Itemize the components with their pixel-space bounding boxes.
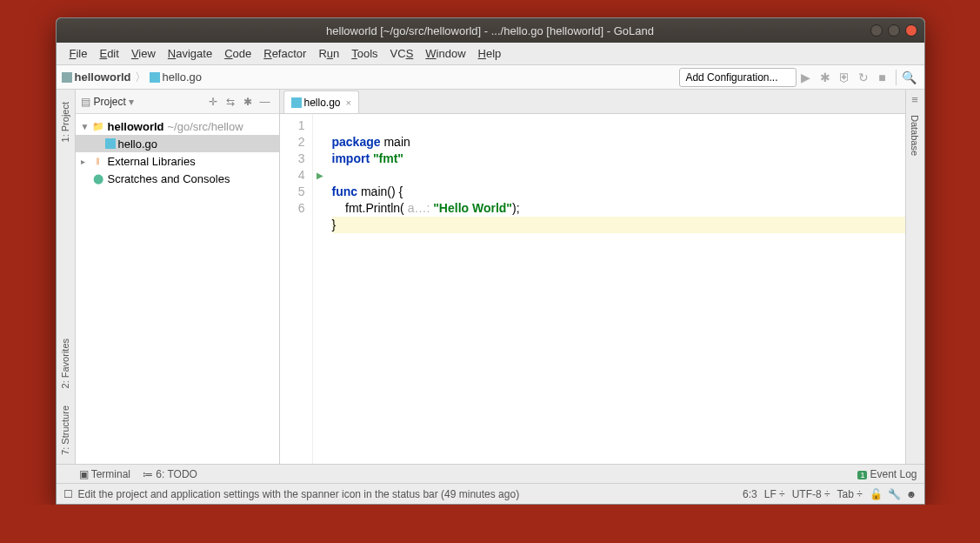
menu-navigate[interactable]: Navigate <box>162 47 218 60</box>
tree-root-label: helloworld <box>108 120 164 133</box>
run-icon[interactable]: ▶ <box>798 70 814 85</box>
code-body[interactable]: package main import "fmt" func main() { … <box>327 114 905 464</box>
tree-external-libraries[interactable]: ▸⫴ External Libraries <box>76 152 279 170</box>
settings-wrench-icon[interactable]: 🔧 <box>888 488 901 500</box>
ide-window: helloworld [~/go/src/helloworld] - .../h… <box>56 17 925 505</box>
minimize-button[interactable] <box>870 24 883 37</box>
project-tool-tab[interactable]: 1: Project <box>60 102 70 142</box>
folder-icon <box>62 72 72 83</box>
menu-refactor[interactable]: Refactor <box>257 47 312 60</box>
profile-icon[interactable]: ↻ <box>856 70 871 85</box>
go-file-icon <box>291 97 302 108</box>
code-editor[interactable]: 1 2 3 4 5 6 ▶ package main import "fmt" … <box>280 114 905 464</box>
tree-root-path: ~/go/src/hellow <box>168 120 243 133</box>
project-view-icon: ▤ <box>81 96 90 108</box>
run-line-marker[interactable]: ▶ <box>313 167 327 184</box>
go-file-icon <box>105 138 116 149</box>
go-file-icon <box>150 72 160 83</box>
menu-window[interactable]: Window <box>419 47 471 60</box>
favorites-tool-tab[interactable]: 2: Favorites <box>60 339 70 388</box>
window-title: helloworld [~/go/src/helloworld] - .../h… <box>326 24 654 37</box>
encoding[interactable]: UTF-8 ÷ <box>792 488 830 500</box>
menu-file[interactable]: File <box>63 47 94 60</box>
event-log-tab[interactable]: 1Event Log <box>857 468 917 480</box>
locate-icon[interactable]: ✛ <box>206 95 220 109</box>
stop-icon[interactable]: ■ <box>875 70 890 85</box>
caret-position[interactable]: 6:3 <box>743 488 757 500</box>
menu-tools[interactable]: Tools <box>345 47 383 60</box>
debug-icon[interactable]: ✱ <box>817 70 833 85</box>
line-num: 1 <box>280 117 305 134</box>
tree-external-label: External Libraries <box>108 155 196 168</box>
folder-icon: 📁 <box>91 121 105 132</box>
close-button[interactable] <box>905 24 917 37</box>
coverage-icon[interactable]: ⛨ <box>837 70 852 85</box>
maximize-button[interactable] <box>888 24 900 37</box>
window-buttons <box>870 24 917 37</box>
project-panel-header: ▤ Project ▾ ✛ ⇆ ✱ — <box>76 90 279 114</box>
collapse-icon[interactable]: ⇆ <box>223 95 237 109</box>
divider <box>896 70 897 85</box>
main-area: 1: Project 2: Favorites 7: Structure ▤ P… <box>57 90 924 464</box>
menu-view[interactable]: View <box>125 47 162 60</box>
add-configuration-button[interactable]: Add Configuration... <box>679 68 796 87</box>
settings-icon[interactable]: ✱ <box>241 95 255 109</box>
terminal-tool-tab[interactable]: ▣ Terminal <box>79 468 130 480</box>
close-tab-icon[interactable]: × <box>346 97 351 108</box>
nav-bar: helloworld 〉 hello.go Add Configuration.… <box>57 65 924 90</box>
menu-edit[interactable]: Edit <box>93 47 124 60</box>
database-tool-tab[interactable]: Database <box>910 115 920 156</box>
breadcrumb-project[interactable]: helloworld <box>75 70 131 84</box>
menu-help[interactable]: Help <box>472 47 508 60</box>
editor-tab-hello[interactable]: hello.go × <box>283 90 359 113</box>
menu-run[interactable]: Run <box>312 47 345 60</box>
breadcrumb-separator: 〉 <box>135 70 146 85</box>
menu-vcs[interactable]: VCS <box>384 47 420 60</box>
run-gutter: ▶ <box>313 114 327 464</box>
hide-icon[interactable]: — <box>258 95 272 109</box>
line-num: 4 <box>280 167 305 184</box>
project-tree[interactable]: ▼📁 helloworld ~/go/src/hellow hello.go ▸… <box>76 114 279 464</box>
status-checkbox-icon[interactable]: ☐ <box>63 488 73 500</box>
status-bar: ☐ Edit the project and application setti… <box>57 483 924 504</box>
line-num: 2 <box>280 134 305 151</box>
breadcrumb-file[interactable]: hello.go <box>163 70 203 84</box>
tool-window-bar: ▣ Terminal ≔ 6: TODO 1Event Log <box>57 464 924 483</box>
editor-tab-label: hello.go <box>304 97 341 109</box>
left-tool-strip: 1: Project 2: Favorites 7: Structure <box>57 90 76 464</box>
titlebar[interactable]: helloworld [~/go/src/helloworld] - .../h… <box>57 18 924 43</box>
inspector-icon[interactable]: ☻ <box>906 488 917 500</box>
project-panel: ▤ Project ▾ ✛ ⇆ ✱ — ▼📁 helloworld ~/go/s… <box>76 90 280 464</box>
lock-icon[interactable]: 🔓 <box>870 488 883 500</box>
tree-file-label: hello.go <box>118 137 158 151</box>
structure-tool-tab[interactable]: 7: Structure <box>60 406 70 455</box>
status-tip: Edit the project and application setting… <box>78 488 520 500</box>
line-num: 5 <box>280 184 305 200</box>
menu-code[interactable]: Code <box>218 47 257 60</box>
project-panel-title[interactable]: Project ▾ <box>94 96 204 108</box>
database-icon[interactable]: ≡ <box>911 93 918 106</box>
library-icon: ⫴ <box>91 156 105 167</box>
line-num: 3 <box>280 151 305 167</box>
search-icon[interactable]: 🔍 <box>902 70 917 85</box>
line-gutter[interactable]: 1 2 3 4 5 6 <box>280 114 313 464</box>
menu-bar: File Edit View Navigate Code Refactor Ru… <box>57 43 924 65</box>
editor-tabs: hello.go × <box>280 90 905 114</box>
line-num: 6 <box>280 200 305 217</box>
tree-root[interactable]: ▼📁 helloworld ~/go/src/hellow <box>76 117 279 135</box>
tree-scratches-label: Scratches and Consoles <box>108 172 230 185</box>
line-separator[interactable]: LF ÷ <box>764 488 785 500</box>
right-tool-strip: ≡ Database <box>905 90 924 464</box>
todo-tool-tab[interactable]: ≔ 6: TODO <box>143 468 197 480</box>
scratches-icon: ⬤ <box>91 173 105 184</box>
indent[interactable]: Tab ÷ <box>837 488 863 500</box>
editor-area: hello.go × 1 2 3 4 5 6 ▶ packa <box>280 90 905 464</box>
tree-scratches[interactable]: ⬤ Scratches and Consoles <box>76 170 279 187</box>
tree-file-hello[interactable]: hello.go <box>76 135 279 152</box>
